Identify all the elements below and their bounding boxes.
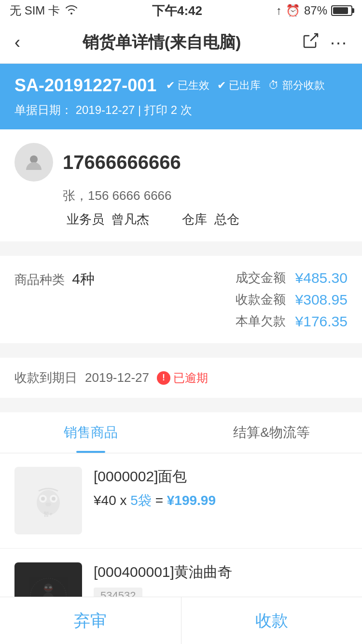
cancel-review-button[interactable]: 弃审 bbox=[0, 597, 181, 644]
received-row: 收款金额 ¥308.95 bbox=[236, 291, 348, 308]
product-info-1: [0000002]面包 ¥40 x 5袋 = ¥199.99 bbox=[94, 467, 348, 534]
print-info: | 打印 2 次 bbox=[138, 103, 192, 116]
wifi-icon bbox=[65, 4, 78, 17]
category-value: 4种 bbox=[72, 271, 95, 287]
category-label: 商品种类 bbox=[14, 272, 65, 287]
received-label: 收款金额 bbox=[236, 291, 286, 308]
overdue-icon: ! bbox=[157, 371, 170, 385]
status-shipped: ✔ 已出库 bbox=[217, 78, 261, 93]
tabs-section: 销售商品 结算&物流等 bbox=[0, 412, 362, 453]
status-time: 下午4:42 bbox=[152, 2, 202, 19]
svg-point-5 bbox=[52, 497, 56, 501]
back-button[interactable]: ‹ bbox=[14, 32, 20, 53]
status-bar: 无 SIM 卡 下午4:42 ↑ ⏰ 87% bbox=[0, 0, 362, 21]
warehouse-item: 仓库 总仓 bbox=[178, 211, 239, 228]
battery-fill bbox=[333, 7, 348, 14]
deal-amount-row: 成交金额 ¥485.30 bbox=[236, 269, 348, 286]
tab-sales-products[interactable]: 销售商品 bbox=[0, 412, 181, 453]
alarm-icon: ⏰ bbox=[286, 4, 300, 17]
banner-row1: SA-20191227-001 ✔ 已生效 ✔ 已出库 ⏱ 部分收款 bbox=[14, 75, 348, 96]
avatar bbox=[14, 143, 53, 182]
order-id: SA-20191227-001 bbox=[14, 75, 156, 96]
overdue-text: 已逾期 bbox=[173, 370, 208, 386]
order-date: 2019-12-27 bbox=[76, 103, 135, 116]
share-icon[interactable] bbox=[303, 33, 319, 52]
svg-point-12 bbox=[49, 586, 52, 588]
overdue-badge: ! 已逾期 bbox=[157, 370, 208, 386]
separator1 bbox=[0, 248, 362, 256]
staff-name: 曾凡杰 bbox=[111, 212, 149, 226]
battery-percent: 87% bbox=[304, 4, 327, 17]
customer-top: 17666666666 bbox=[14, 143, 348, 182]
received-value: ¥308.95 bbox=[295, 292, 348, 308]
product-name-1: [0000002]面包 bbox=[94, 467, 348, 487]
warehouse-label: 仓库 bbox=[182, 212, 207, 226]
staff-item: 业务员 曾凡杰 bbox=[63, 211, 149, 228]
svg-point-11 bbox=[45, 586, 48, 588]
summary-right: 成交金额 ¥485.30 收款金额 ¥308.95 本单欠款 ¥176.35 bbox=[236, 269, 348, 330]
debt-label: 本单欠款 bbox=[236, 313, 286, 330]
header-banner: SA-20191227-001 ✔ 已生效 ✔ 已出库 ⏱ 部分收款 单据日期：… bbox=[0, 64, 362, 129]
more-icon[interactable]: ··· bbox=[330, 32, 348, 53]
tab-settlement[interactable]: 结算&物流等 bbox=[181, 412, 362, 453]
product-item-1: 暂+ [0000002]面包 ¥40 x 5袋 = ¥199.99 bbox=[0, 453, 362, 548]
page-title: 销货单详情(来自电脑) bbox=[83, 31, 241, 54]
status-right: ↑ ⏰ 87% bbox=[276, 4, 352, 17]
deal-amount-value: ¥485.30 bbox=[295, 270, 348, 286]
bottom-bar: 弃审 收款 bbox=[0, 597, 362, 644]
staff-label: 业务员 bbox=[67, 212, 104, 226]
battery-bar bbox=[331, 5, 352, 16]
status-tags: ✔ 已生效 ✔ 已出库 ⏱ 部分收款 bbox=[166, 78, 324, 93]
customer-name-phone: 张，156 6666 6666 bbox=[63, 187, 348, 204]
date-label: 单据日期： bbox=[14, 103, 72, 116]
svg-text:暂+: 暂+ bbox=[43, 511, 53, 518]
due-label: 收款到期日 bbox=[14, 369, 77, 386]
svg-point-4 bbox=[41, 497, 45, 501]
separator2 bbox=[0, 350, 362, 358]
customer-meta: 业务员 曾凡杰 仓库 总仓 bbox=[63, 211, 348, 228]
customer-section: 17666666666 张，156 6666 6666 业务员 曾凡杰 仓库 总… bbox=[0, 129, 362, 241]
collect-payment-label: 收款 bbox=[255, 610, 288, 632]
status-partial: ⏱ 部分收款 bbox=[268, 78, 324, 93]
debt-row: 本单欠款 ¥176.35 bbox=[236, 313, 348, 330]
svg-point-0 bbox=[30, 155, 38, 163]
deal-amount-label: 成交金额 bbox=[236, 269, 286, 286]
warehouse-name: 总仓 bbox=[214, 212, 239, 226]
due-section: 收款到期日 2019-12-27 ! 已逾期 bbox=[0, 358, 362, 398]
carrier-label: 无 SIM 卡 bbox=[10, 3, 60, 18]
nav-actions: ··· bbox=[303, 32, 348, 53]
status-effective: ✔ 已生效 bbox=[166, 78, 209, 93]
location-icon: ↑ bbox=[276, 4, 282, 17]
tab-settlement-label: 结算&物流等 bbox=[233, 423, 310, 442]
svg-point-6 bbox=[45, 503, 51, 506]
status-left: 无 SIM 卡 bbox=[10, 3, 78, 18]
tabs-row: 销售商品 结算&物流等 bbox=[0, 412, 362, 453]
product-price-1: ¥40 x 5袋 = ¥199.99 bbox=[94, 491, 348, 510]
summary-section: 商品种类 4种 成交金额 ¥485.30 收款金额 ¥308.95 本单欠款 ¥… bbox=[0, 256, 362, 343]
cancel-review-label: 弃审 bbox=[74, 610, 107, 632]
separator3 bbox=[0, 405, 362, 412]
customer-phone: 17666666666 bbox=[63, 152, 181, 173]
summary-left: 商品种类 4种 bbox=[14, 269, 95, 289]
product-thumb-1: 暂+ bbox=[14, 467, 82, 534]
nav-bar: ‹ 销货单详情(来自电脑) ··· bbox=[0, 21, 362, 64]
tab-sales-label: 销售商品 bbox=[64, 423, 118, 442]
banner-date-row: 单据日期： 2019-12-27 | 打印 2 次 bbox=[14, 102, 348, 118]
collect-payment-button[interactable]: 收款 bbox=[181, 597, 362, 644]
due-date: 2019-12-27 bbox=[85, 370, 149, 385]
debt-value: ¥176.35 bbox=[295, 313, 348, 330]
product-name-2: [000400001]黄油曲奇 bbox=[94, 562, 348, 582]
